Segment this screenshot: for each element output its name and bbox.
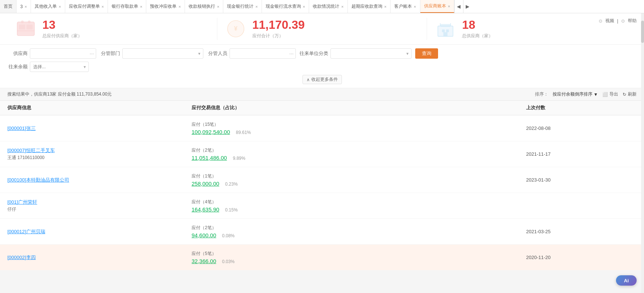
close-icon[interactable]: × [341, 4, 343, 9]
category-input-wrap: ▼ [330, 48, 412, 59]
trans-amount[interactable]: 11,051,486.00 [192, 155, 227, 161]
trans-percent: 0.08% [222, 233, 235, 238]
tab-ar-ap-adjust[interactable]: 应收应付调整单 × [65, 0, 108, 13]
dept-input-wrap: ▼ [122, 48, 203, 59]
table-row: [000012]广州贝瑞 应付（2笔） 94,600.00 0.08% 2021… [0, 219, 644, 245]
svg-rect-2 [27, 25, 33, 30]
table-header: 供应商信息 应付交易信息（占比） 上次付数 [0, 101, 644, 116]
payable-total-icon: ¥ [225, 18, 247, 40]
payable-total-number: 11,170.39 [252, 18, 305, 31]
tab-supplier-ledger[interactable]: 供应商账本 × [420, 0, 454, 13]
last-pay-date: 2021-11-17 [526, 151, 551, 157]
nav-prev-button[interactable]: ◀ [454, 0, 463, 13]
close-icon[interactable]: × [178, 4, 181, 9]
sort-label: 排序： [535, 91, 548, 97]
payable-suppliers-number: 13 [42, 18, 82, 31]
close-icon[interactable]: × [255, 4, 258, 9]
trans-amount[interactable]: 164,635.90 [192, 206, 219, 213]
trans-amount[interactable]: 100,092,540.00 [192, 129, 230, 135]
category-label: 往来单位分类 [300, 50, 328, 57]
video-link[interactable]: 视频 [605, 18, 614, 24]
close-icon[interactable]: × [25, 4, 27, 9]
close-icon[interactable]: × [140, 4, 142, 9]
supplier-link[interactable]: [000012]广州贝瑞 [7, 229, 45, 234]
tab-3[interactable]: 3 × [17, 0, 31, 13]
stat-payable-total: ¥ 11,170.39 应付合计（万） [217, 18, 427, 40]
close-icon[interactable]: × [384, 4, 386, 9]
tab-other-income[interactable]: 其他收入单 × [31, 0, 65, 13]
trans-amount[interactable]: 94,600.00 [192, 232, 216, 238]
svg-point-5 [28, 21, 31, 23]
person-input[interactable] [230, 48, 296, 59]
tab-collection-verify[interactable]: 收款核销执行 × [185, 0, 223, 13]
close-icon[interactable]: × [102, 4, 104, 9]
payable-total-content: 11,170.39 应付合计（万） [252, 18, 305, 39]
trans-label: 应付（2笔） [192, 147, 526, 154]
sort-button[interactable]: 按应付余额倒序排序 ▼ [553, 91, 598, 97]
tab-cash-bank-flow[interactable]: 现金银行流水查询 × [262, 0, 309, 13]
trans-amount[interactable]: 258,000.00 [192, 180, 219, 187]
stats-bar: 13 总应付供应商（家） ¥ 11,170.39 应付合计（万） [0, 13, 644, 45]
last-pay-cell: 2021-11-17 [526, 151, 637, 157]
result-summary: 搜索结果中，供应商13家 应付金额 111,703,854.00元 [7, 91, 112, 97]
transaction-info-cell: 应付（1笔） 258,000.00 0.23% [192, 173, 526, 187]
table-row: [001]广州荣轩 仔仔 应付（4笔） 164,635.90 0.15% [0, 193, 644, 219]
trans-label: 应付（15笔） [192, 121, 526, 128]
supplier-sub-info: 王通 17106110000 [7, 155, 192, 161]
supplier-sub-info: 仔仔 [7, 206, 192, 213]
chevron-up-icon: ∧ [307, 77, 310, 82]
supplier-input[interactable] [30, 48, 96, 59]
scrollbar-track[interactable] [641, 13, 644, 270]
collapse-bar: ∧ 收起更多条件 [7, 75, 637, 84]
result-actions: 排序： 按应付余额倒序排序 ▼ ⬜ 导出 ↻ 刷新 [535, 91, 637, 97]
table-row: [000001]张三 应付（15笔） 100,092,540.00 89.61%… [0, 116, 644, 141]
supplier-link[interactable]: [000002]李四 [7, 255, 36, 260]
tab-home[interactable]: 首页 [0, 0, 17, 13]
help-link[interactable]: 帮助 [628, 18, 637, 24]
scrollbar-thumb[interactable] [641, 21, 644, 43]
filter-bar: 供应商 ··· 分管部门 ▼ 分管人员 ··· 往来单位分类 [0, 45, 644, 88]
query-button[interactable]: 查询 [415, 48, 438, 59]
svg-rect-12 [444, 32, 448, 36]
nav-next-button[interactable]: ▶ [463, 0, 472, 13]
filter-balance: 往来余额 ▼ [7, 62, 89, 72]
col-supplier-info: 供应商信息 [7, 104, 192, 111]
supplier-input-wrap: ··· [30, 48, 96, 59]
export-button[interactable]: ⬜ 导出 [602, 91, 618, 97]
supplier-info-cell: [000002]李四 [7, 254, 192, 261]
transaction-info-cell: 应付（15笔） 100,092,540.00 89.61% [192, 121, 526, 135]
supplier-link[interactable]: [000007]恒旺二手叉车 [7, 148, 55, 153]
close-icon[interactable]: × [414, 4, 416, 9]
balance-input-wrap: ▼ [30, 62, 89, 72]
tab-advance-ar[interactable]: 预收冲应收单 × [146, 0, 185, 13]
svg-text:¥: ¥ [234, 25, 238, 32]
transaction-info-cell: 应付（5笔） 32,366.00 0.03% [192, 251, 526, 264]
trans-percent: 0.03% [222, 259, 235, 264]
category-input[interactable] [330, 48, 412, 59]
close-icon[interactable]: × [217, 4, 219, 9]
close-icon[interactable]: × [303, 4, 305, 9]
supplier-link[interactable]: [000100]本特勤油品有限公司 [7, 177, 69, 183]
refresh-button[interactable]: ↻ 刷新 [623, 91, 637, 97]
tab-customer-ledger[interactable]: 客户账本 × [391, 0, 420, 13]
tab-bank-deposit[interactable]: 银行存取款单 × [108, 0, 146, 13]
balance-input[interactable] [30, 62, 89, 72]
top-right-links: ⊙ 视频 | ⊙ 帮助 [599, 18, 637, 24]
tab-cash-bank-stat[interactable]: 现金银行统计 × [223, 0, 262, 13]
tab-overdue-ar[interactable]: 超期应收款查询 × [348, 0, 391, 13]
refresh-icon: ↻ [623, 92, 626, 97]
payable-suppliers-label: 总应付供应商（家） [42, 33, 82, 39]
col-last-pay: 上次付数 [526, 104, 637, 111]
supplier-info-cell: [000012]广州贝瑞 [7, 228, 192, 235]
tab-collection-stat[interactable]: 收款情况统计 × [309, 0, 347, 13]
payable-suppliers-icon [15, 18, 37, 40]
trans-amount[interactable]: 32,366.00 [192, 258, 216, 264]
payable-total-label: 应付合计（万） [252, 33, 305, 39]
supplier-link[interactable]: [001]广州荣轩 [7, 199, 37, 205]
dept-input[interactable] [122, 48, 203, 59]
last-pay-date: 2020-11-20 [526, 255, 551, 260]
close-icon[interactable]: × [448, 4, 450, 8]
collapse-button[interactable]: ∧ 收起更多条件 [302, 75, 342, 84]
close-icon[interactable]: × [59, 4, 61, 9]
supplier-link[interactable]: [000001]张三 [7, 125, 36, 131]
